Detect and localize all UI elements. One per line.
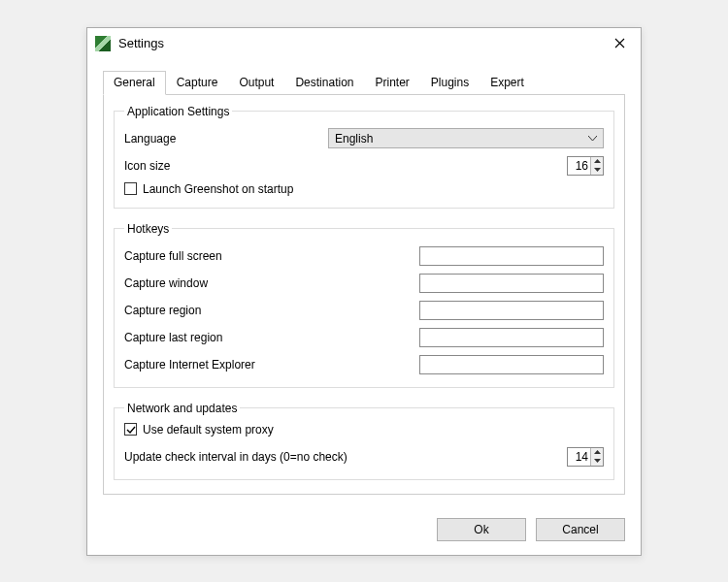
cancel-button[interactable]: Cancel [536,518,625,541]
group-legend-application: Application Settings [124,105,232,118]
update-interval-value: 14 [568,448,590,466]
tab-expert[interactable]: Expert [480,71,535,94]
app-icon [95,36,111,51]
tab-capture[interactable]: Capture [166,71,229,94]
group-application-settings: Application Settings Language English Ic… [114,105,614,209]
spin-up-icon[interactable] [591,448,603,457]
launch-startup-checkbox[interactable] [124,182,137,195]
proxy-checkbox[interactable] [124,423,137,436]
dialog-footer: Ok Cancel [87,508,641,555]
hotkey-region-input[interactable] [419,301,604,320]
language-select-value: English [335,132,373,146]
tab-printer[interactable]: Printer [364,71,419,94]
chevron-down-icon [588,136,597,142]
spin-up-icon[interactable] [591,157,603,166]
hotkey-ie-input[interactable] [419,355,604,374]
update-interval-stepper[interactable]: 14 [567,447,604,467]
hotkey-region-label: Capture region [124,304,367,317]
launch-startup-label: Launch Greenshot on startup [143,182,293,196]
spin-down-icon[interactable] [591,166,603,175]
language-label: Language [124,132,328,146]
group-legend-network: Network and updates [124,402,240,415]
tab-plugins[interactable]: Plugins [420,71,480,94]
ok-button[interactable]: Ok [437,518,526,541]
tab-panel-general: Application Settings Language English Ic… [103,94,625,495]
hotkey-fullscreen-label: Capture full screen [124,249,367,263]
window-title: Settings [118,36,164,50]
check-icon [126,425,136,435]
group-legend-hotkeys: Hotkeys [124,222,172,236]
hotkey-lastregion-input[interactable] [419,328,604,347]
hotkey-ie-label: Capture Internet Explorer [124,358,367,372]
group-hotkeys: Hotkeys Capture full screen Capture wind… [114,222,614,388]
hotkey-window-input[interactable] [419,274,604,293]
icon-size-stepper[interactable]: 16 [567,156,604,176]
hotkey-window-label: Capture window [124,276,367,290]
titlebar: Settings [87,28,641,59]
close-icon [614,38,625,48]
tab-strip: General Capture Output Destination Print… [103,71,625,95]
icon-size-label: Icon size [124,159,170,173]
tab-output[interactable]: Output [228,71,284,94]
language-select[interactable]: English [328,128,604,148]
tab-destination[interactable]: Destination [284,71,364,94]
icon-size-value: 16 [568,157,590,175]
settings-dialog: Settings General Capture Output Destinat… [86,27,642,556]
close-button[interactable] [604,30,635,57]
hotkey-lastregion-label: Capture last region [124,331,367,344]
update-interval-label: Update check interval in days (0=no chec… [124,450,347,464]
proxy-label: Use default system proxy [143,423,274,436]
hotkey-fullscreen-input[interactable] [419,246,604,266]
spin-down-icon[interactable] [591,457,603,466]
tab-general[interactable]: General [103,71,166,95]
group-network: Network and updates Use default system p… [114,402,614,480]
